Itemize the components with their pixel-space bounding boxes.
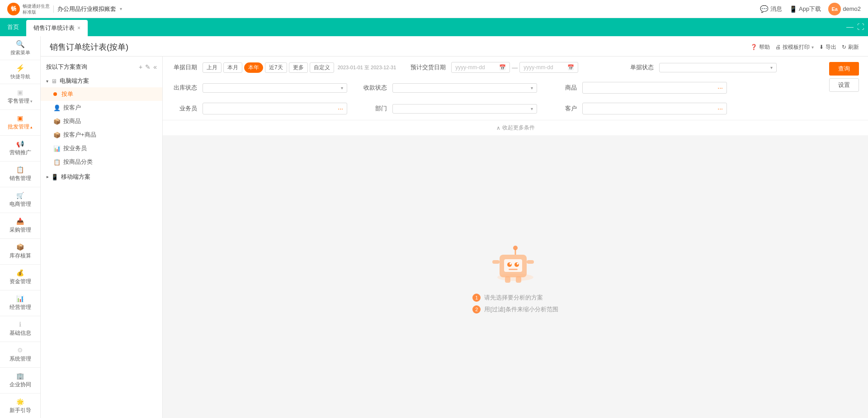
goods-more-btn[interactable]: ··· — [717, 84, 723, 91]
query-btn[interactable]: 查询 — [829, 62, 859, 76]
tab-sales-order-stats[interactable]: 销售订单统计表 × — [26, 20, 88, 36]
print-btn[interactable]: 🖨 按模板打印 ▾ — [775, 43, 814, 51]
date-range-btns: 上月 本月 本年 近7天 更多 自定义 2023-01-01 至 2023-12… — [203, 62, 396, 73]
app-title: 办公用品行业模拟账套 — [57, 5, 116, 13]
print-icon: 🖨 — [775, 44, 781, 50]
help-btn[interactable]: ❓ 帮助 — [750, 43, 770, 51]
scheme-collapse-btn[interactable]: « — [153, 63, 157, 71]
tab-home[interactable]: 首页 — [0, 18, 26, 36]
scheme-group-desktop-header[interactable]: ▾ 🖥 电脑端方案 — [41, 75, 162, 87]
scheme-actions: + ✎ « — [139, 63, 157, 71]
expected-date-start[interactable]: yyyy-mm-dd 📅 — [451, 62, 510, 73]
scheme-item-by-salesman[interactable]: 📊 按业务员 — [41, 142, 162, 155]
sidebar-item-sales[interactable]: 📋 销售管理 — [0, 162, 40, 187]
date-btn-this-month[interactable]: 本月 — [223, 62, 242, 73]
cust-goods-icon: 📦 — [53, 132, 61, 138]
scheme-add-btn[interactable]: + — [139, 63, 142, 71]
sidebar-item-basics[interactable]: ℹ 基础信息 — [0, 316, 40, 342]
svg-rect-13 — [516, 276, 521, 283]
goods-input[interactable]: ··· — [582, 82, 727, 94]
ship-status-select[interactable]: ▾ — [203, 83, 347, 93]
right-panel: 单据日期 上月 本月 本年 近7天 更多 自定义 2023-01-01 至 20… — [163, 57, 868, 418]
customer-label: 客户 — [552, 104, 577, 113]
sidebar-item-retail[interactable]: ▣ 零售管理 ▾ — [0, 84, 40, 110]
top-bar-right: 💬 消息 📱 App下载 Ea demo2 — [760, 3, 861, 15]
svg-point-5 — [509, 263, 511, 265]
svg-rect-12 — [505, 276, 510, 283]
tab-bar: 首页 销售订单统计表 × — ⛶ — [0, 18, 868, 36]
scheme-header: 按以下方案查询 + ✎ « — [41, 61, 162, 75]
tab-maximize-btn[interactable]: ⛶ — [857, 23, 864, 31]
date-btn-more[interactable]: 更多 — [289, 62, 308, 73]
scheme-item-by-customer[interactable]: 👤 按客户 — [41, 101, 162, 114]
calendar-icon-start: 📅 — [499, 64, 506, 71]
scheme-group-mobile-header[interactable]: ▾ 📱 移动端方案 — [41, 171, 162, 183]
svg-point-6 — [517, 263, 519, 265]
sidebar-item-ecommerce[interactable]: 🛒 电商管理 — [0, 187, 40, 213]
scheme-group-desktop: ▾ 🖥 电脑端方案 按单 👤 按客户 — [41, 75, 162, 169]
empty-step1: 1 请先选择要分析的方案 — [472, 294, 558, 302]
category-icon: 📋 — [53, 159, 61, 166]
user-avatar: Ea — [828, 3, 841, 15]
scheme-item-by-category[interactable]: 📋 按商品分类 — [41, 155, 162, 169]
export-btn[interactable]: ⬇ 导出 — [819, 43, 836, 51]
set-btn[interactable]: 设置 — [829, 78, 859, 92]
logo-text: 畅捷通好生意 标准版 — [23, 3, 50, 15]
scheme-edit-btn[interactable]: ✎ — [145, 63, 151, 71]
app-download-btn[interactable]: 📱 App下载 — [789, 5, 821, 13]
mobile-group-arrow: ▾ — [45, 176, 50, 178]
date-btn-this-year[interactable]: 本年 — [244, 62, 263, 73]
date-btn-last-month[interactable]: 上月 — [203, 62, 222, 73]
sidebar-quick-nav[interactable]: ⚡ 快捷导航 — [0, 60, 40, 84]
customer-more-btn[interactable]: ··· — [717, 105, 723, 112]
date-btn-7days[interactable]: 近7天 — [265, 62, 287, 73]
goods-label: 商品 — [552, 84, 577, 92]
tab-close-btn[interactable]: × — [77, 25, 80, 31]
sidebar-item-operations[interactable]: 📊 经营管理 — [0, 290, 40, 316]
refresh-icon: ↻ — [842, 44, 846, 50]
page-header-actions: ❓ 帮助 🖨 按模板打印 ▾ ⬇ 导出 ↻ 刷新 — [750, 43, 859, 51]
expected-date-end[interactable]: yyyy-mm-dd 📅 — [519, 62, 578, 73]
salesman-more-btn[interactable]: ··· — [338, 105, 343, 112]
group-expand-arrow: ▾ — [46, 79, 48, 84]
ship-status-label: 出库状态 — [172, 84, 197, 92]
sidebar-item-purchase[interactable]: 📥 采购管理 — [0, 213, 40, 239]
sidebar-item-newbie[interactable]: 🌟 新手引导 — [0, 394, 40, 418]
salesman-input[interactable]: ··· — [203, 103, 347, 114]
sidebar-item-system[interactable]: ⚙ 系统管理 — [0, 342, 40, 368]
status-select-arrow: ▾ — [770, 65, 773, 70]
scheme-group-mobile: ▾ 📱 移动端方案 — [41, 171, 162, 183]
sidebar: 🔍 搜索菜单 ⚡ 快捷导航 ▣ 零售管理 ▾ ▣ 批发管理 ▴ 📢 营销推广 � — [0, 36, 41, 418]
scheme-item-by-customer-goods[interactable]: 📦 按客户+商品 — [41, 128, 162, 142]
step2-num: 2 — [472, 305, 481, 314]
collect-status-select[interactable]: ▾ — [392, 83, 537, 93]
date-btn-custom[interactable]: 自定义 — [310, 62, 334, 73]
date-range-display: 2023-01-01 至 2023-12-31 — [338, 64, 396, 71]
collapse-bar[interactable]: ∧ 收起更多条件 — [163, 120, 868, 135]
scheme-item-by-goods[interactable]: 📦 按商品 — [41, 114, 162, 128]
scheme-item-by-order[interactable]: 按单 — [41, 87, 162, 101]
help-icon: ❓ — [750, 44, 757, 50]
sidebar-item-marketing[interactable]: 📢 营销推广 — [0, 136, 40, 162]
customer-input[interactable]: ··· — [582, 103, 727, 114]
ship-select-arrow: ▾ — [341, 86, 343, 90]
goods-icon: 📦 — [53, 118, 61, 125]
sidebar-item-finance[interactable]: 💰 资金管理 — [0, 265, 40, 290]
scheme-items-desktop: 按单 👤 按客户 📦 按商品 📦 按客户+商品 — [41, 87, 162, 169]
refresh-btn[interactable]: ↻ 刷新 — [842, 43, 859, 51]
sidebar-item-wholesale[interactable]: ▣ 批发管理 ▴ — [0, 110, 40, 136]
user-profile[interactable]: Ea demo2 — [828, 3, 861, 15]
collapse-icon: ∧ — [496, 125, 500, 131]
print-dropdown-arrow[interactable]: ▾ — [811, 45, 814, 50]
sidebar-item-enterprise[interactable]: 🏢 企业协同 — [0, 368, 40, 394]
status-select[interactable]: ▾ — [659, 63, 777, 72]
tab-minimize-btn[interactable]: — — [846, 23, 854, 31]
dept-select[interactable]: ▾ — [392, 104, 537, 114]
message-btn[interactable]: 💬 消息 — [760, 5, 782, 13]
date-label: 单据日期 — [172, 63, 197, 71]
top-bar-left: 畅 畅捷通好生意 标准版 办公用品行业模拟账套 ▾ — [7, 3, 122, 15]
sidebar-search[interactable]: 🔍 搜索菜单 — [0, 36, 40, 60]
sidebar-item-inventory[interactable]: 📦 库存核算 — [0, 239, 40, 265]
inner-layout: 按以下方案查询 + ✎ « ▾ 🖥 电脑端方案 — [41, 57, 868, 418]
app-dropdown-arrow[interactable]: ▾ — [120, 6, 122, 11]
